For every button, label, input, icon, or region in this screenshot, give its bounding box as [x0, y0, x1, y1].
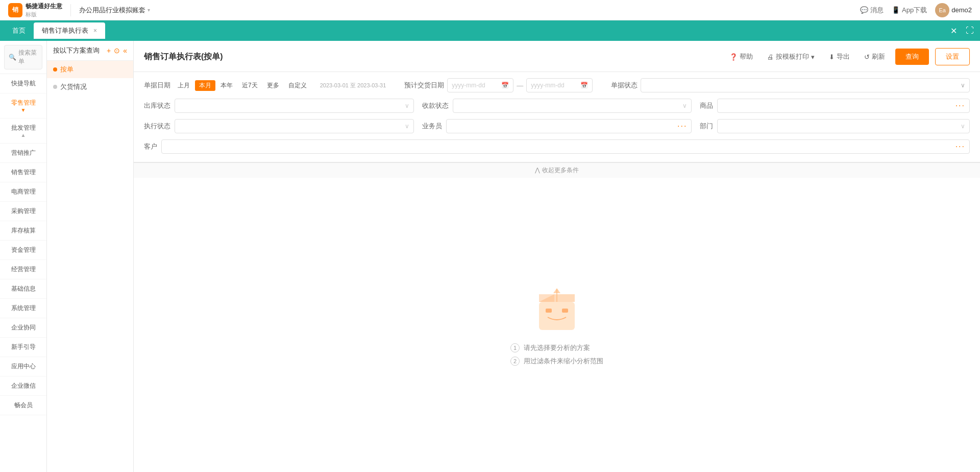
sidebar-item-operations[interactable]: 经营管理	[0, 260, 46, 279]
export-label: 导出	[837, 52, 850, 61]
header-left: 销 畅捷通好生意 标版 办公用品行业模拟账套 ▾	[8, 2, 150, 18]
app-download-label: App下载	[902, 6, 927, 15]
date-tab-custom[interactable]: 自定义	[284, 80, 311, 91]
tab-home[interactable]: 首页	[4, 22, 34, 39]
window-close-icon[interactable]: ✕	[947, 25, 960, 37]
brand-name: 畅捷通好生意	[26, 2, 62, 11]
left-panel: 按以下方案查询 + ⊙ « 按单 欠货情况	[47, 41, 134, 472]
product-dots-icon[interactable]: ···	[955, 101, 965, 110]
date-tab-group: 上月 本月 本年 近7天 更多 自定义	[174, 80, 311, 91]
help-button[interactable]: ❓ 帮助	[725, 50, 757, 63]
app-download-icon: 📱	[892, 6, 900, 14]
expected-date-start[interactable]: yyyy-mm-dd 📅	[447, 78, 513, 92]
print-button[interactable]: 🖨 按模板打印 ▾	[763, 50, 819, 63]
step-2-text: 用过滤条件来缩小分析范围	[524, 357, 603, 366]
filter-section: 单据日期 上月 本月 本年 近7天 更多 自定义 2023-03-01 至 20…	[134, 72, 980, 162]
sidebar-item-inventory[interactable]: 库存核算	[0, 221, 46, 241]
date-tab-prev-month[interactable]: 上月	[174, 80, 194, 91]
date-tab-this-year[interactable]: 本年	[216, 80, 237, 91]
sidebar-item-purchase[interactable]: 采购管理	[0, 202, 46, 221]
sidebar-item-finance[interactable]: 资金管理	[0, 241, 46, 260]
sidebar-item-wechat[interactable]: 企业微信	[0, 376, 46, 396]
sidebar-item-wholesale[interactable]: 批发管理 ▲	[0, 119, 46, 144]
sidebar-item-label: 销售管理	[4, 168, 42, 177]
collapse-bar[interactable]: ⋀ 收起更多条件	[134, 162, 980, 178]
app-logo: 销	[8, 3, 22, 17]
settings-scheme-icon[interactable]: ⊙	[114, 46, 120, 55]
sidebar-item-label: 企业微信	[4, 382, 42, 390]
page-header: 销售订单执行表(按单) ❓ 帮助 🖨 按模板打印 ▾ ⬇ 导出	[134, 41, 980, 72]
sidebar-item-shortcut[interactable]: 快捷导航	[0, 74, 46, 93]
salesperson-dots-icon[interactable]: ···	[677, 122, 687, 131]
sidebar-item-ecommerce[interactable]: 电商管理	[0, 182, 46, 202]
message-icon: 💬	[860, 6, 868, 14]
department-select[interactable]: ∨	[717, 119, 970, 133]
sidebar-item-label: 采购管理	[4, 207, 42, 216]
salesperson-input[interactable]: ···	[446, 119, 692, 133]
sidebar-item-system[interactable]: 系统管理	[0, 299, 46, 318]
sidebar-item-retail[interactable]: 零售管理 ▼	[0, 93, 46, 119]
collection-status-select[interactable]: ∨	[453, 99, 692, 113]
out-status-col: 出库状态 ∨	[144, 99, 414, 113]
page-title-row: 销售订单执行表(按单) ❓ 帮助 🖨 按模板打印 ▾ ⬇ 导出	[144, 48, 970, 65]
sidebar-item-label: 批发管理	[4, 124, 42, 132]
sidebar-item-label: 电商管理	[4, 187, 42, 196]
help-label: 帮助	[740, 52, 753, 61]
sidebar-item-member[interactable]: 畅会员	[0, 396, 46, 415]
customer-input[interactable]: ···	[161, 139, 970, 154]
out-status-select[interactable]: ∨	[175, 99, 414, 113]
empty-illustration	[526, 284, 587, 335]
sidebar-item-appstore[interactable]: 应用中心	[0, 357, 46, 376]
expected-date-end[interactable]: yyyy-mm-dd 📅	[526, 78, 593, 92]
message-button[interactable]: 💬 消息	[860, 6, 884, 15]
tab-close-icon[interactable]: ×	[93, 27, 97, 34]
scheme-item-label: 按单	[60, 65, 74, 74]
add-scheme-icon[interactable]: +	[107, 46, 111, 55]
sidebar-item-enterprise[interactable]: 企业协同	[0, 318, 46, 338]
left-panel-header: 按以下方案查询 + ⊙ «	[47, 41, 133, 61]
window-maximize-icon[interactable]: ⛶	[964, 25, 976, 37]
message-label: 消息	[870, 6, 884, 15]
filter-row-2: 出库状态 ∨ 收款状态 ∨ 商品	[144, 99, 970, 113]
sidebar-item-label: 新手引导	[4, 343, 42, 351]
collection-status-arrow: ∨	[682, 102, 687, 109]
export-icon: ⬇	[829, 53, 835, 61]
breadcrumb-dropdown-icon[interactable]: ▾	[148, 7, 150, 13]
app-download-button[interactable]: 📱 App下载	[892, 6, 927, 15]
sidebar-item-basic[interactable]: 基础信息	[0, 279, 46, 299]
sidebar-item-label: 资金管理	[4, 246, 42, 254]
scheme-item-qukuan[interactable]: 欠货情况	[47, 78, 133, 96]
customer-dots-icon[interactable]: ···	[955, 142, 965, 151]
refresh-button[interactable]: ↺ 刷新	[860, 50, 889, 63]
settings-label: 设置	[946, 53, 959, 60]
calendar-end-icon: 📅	[580, 82, 588, 89]
tab-sales-execution[interactable]: 销售订单执行表 ×	[34, 22, 105, 39]
sidebar-item-sales[interactable]: 销售管理	[0, 163, 46, 182]
date-tab-more[interactable]: 更多	[263, 80, 283, 91]
scheme-item-andan[interactable]: 按单	[47, 61, 133, 78]
collapse-panel-icon[interactable]: «	[123, 46, 127, 55]
sub-brand: 标版	[26, 11, 62, 18]
search-menu-button[interactable]: 🔍 搜索菜单	[4, 45, 42, 69]
settings-button[interactable]: 设置	[935, 48, 970, 65]
department-label: 部门	[700, 122, 713, 131]
empty-step-1: 1 请先选择要分析的方案	[510, 343, 603, 352]
exec-status-select[interactable]: ∨	[175, 119, 414, 133]
user-area[interactable]: Ea demo2	[935, 3, 972, 17]
order-status-select[interactable]: ∨	[641, 78, 970, 92]
product-input[interactable]: ···	[717, 99, 970, 113]
sidebar-item-marketing[interactable]: 营销推广	[0, 144, 46, 163]
sidebar-item-newbie[interactable]: 新手引导	[0, 338, 46, 357]
expected-date-label: 预计交货日期	[404, 81, 444, 90]
step-1-text: 请先选择要分析的方案	[524, 343, 590, 352]
help-icon: ❓	[729, 53, 738, 61]
collapse-label: 收起更多条件	[542, 167, 579, 174]
main-layout: 🔍 搜索菜单 快捷导航 零售管理 ▼ 批发管理 ▲ 营销推广 销售管理 电商管理…	[0, 41, 980, 472]
query-button[interactable]: 查询	[895, 49, 929, 65]
date-tab-this-month[interactable]: 本月	[195, 80, 215, 91]
empty-state: 1 请先选择要分析的方案 2 用过滤条件来缩小分析范围	[510, 284, 603, 366]
date-tab-7days[interactable]: 近7天	[238, 80, 262, 91]
calendar-start-icon: 📅	[501, 82, 509, 89]
export-button[interactable]: ⬇ 导出	[825, 50, 854, 63]
exec-status-label: 执行状态	[144, 122, 170, 131]
